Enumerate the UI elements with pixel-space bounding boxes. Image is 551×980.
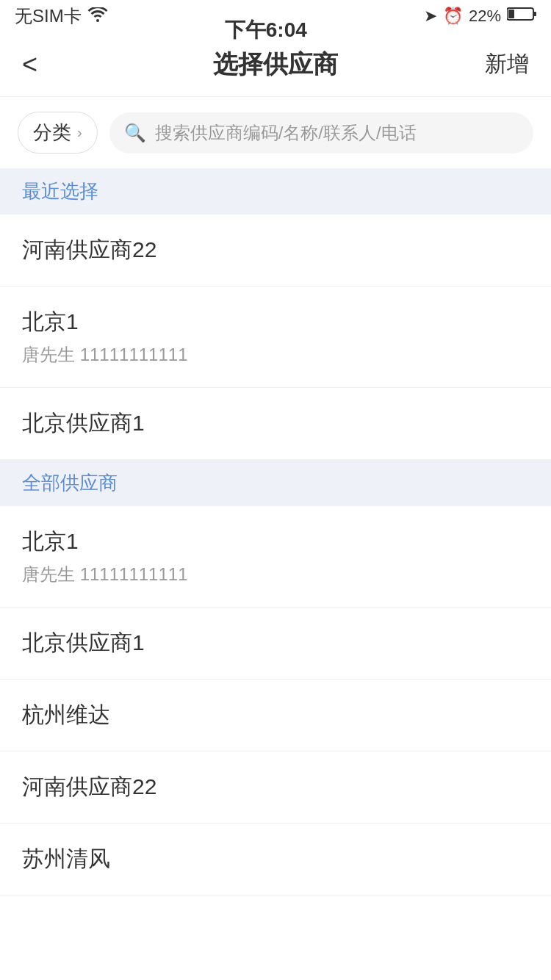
recent-items-list: 河南供应商22北京1唐先生 11111111111北京供应商1 <box>0 215 551 460</box>
item-sub: 唐先生 11111111111 <box>22 563 529 586</box>
carrier-text: 无SIM卡 <box>15 4 82 28</box>
search-box[interactable]: 🔍 搜索供应商编码/名称/联系人/电话 <box>109 112 533 154</box>
category-filter[interactable]: 分类 › <box>18 112 98 154</box>
category-label: 分类 <box>33 120 71 145</box>
item-sub: 唐先生 11111111111 <box>22 343 529 367</box>
status-left: 无SIM卡 <box>15 4 108 28</box>
item-name: 北京供应商1 <box>22 408 145 439</box>
item-name: 河南供应商22 <box>22 235 156 265</box>
filter-bar: 分类 › 🔍 搜索供应商编码/名称/联系人/电话 <box>0 97 551 168</box>
location-icon: ➤ <box>424 7 437 26</box>
list-item[interactable]: 北京1唐先生 11111111111 <box>0 287 551 388</box>
status-bar: 无SIM卡 下午6:04 ➤ ⏰ 22% <box>0 0 551 32</box>
page-title: 选择供应商 <box>213 48 338 82</box>
list-item[interactable]: 北京1唐先生 11111111111 <box>0 506 551 608</box>
item-name: 苏州清风 <box>22 844 110 874</box>
status-right: ➤ ⏰ 22% <box>424 7 536 26</box>
svg-rect-2 <box>508 10 514 18</box>
battery-text: 22% <box>469 7 501 26</box>
battery-icon <box>507 7 536 26</box>
list-item[interactable]: 北京供应商1 <box>0 608 551 680</box>
search-icon: 🔍 <box>124 123 146 143</box>
list-item[interactable]: 苏州清风 <box>0 824 551 896</box>
search-placeholder: 搜索供应商编码/名称/联系人/电话 <box>155 121 417 145</box>
item-name: 北京1 <box>22 527 529 557</box>
alarm-icon: ⏰ <box>443 7 463 26</box>
list-item[interactable]: 河南供应商22 <box>0 752 551 824</box>
all-section-header: 全部供应商 <box>0 460 551 506</box>
list-item[interactable]: 杭州维达 <box>0 680 551 752</box>
wifi-icon <box>87 6 108 26</box>
back-button[interactable]: < <box>22 49 66 80</box>
recent-section-header: 最近选择 <box>0 168 551 215</box>
add-button[interactable]: 新增 <box>485 49 529 79</box>
status-time: 下午6:04 <box>225 16 307 44</box>
list-item[interactable]: 北京供应商1 <box>0 388 551 460</box>
item-name: 北京1 <box>22 307 529 337</box>
all-items-list: 北京1唐先生 11111111111北京供应商1杭州维达河南供应商22苏州清风 <box>0 506 551 896</box>
item-name: 杭州维达 <box>22 700 110 730</box>
item-name: 河南供应商22 <box>22 772 156 802</box>
chevron-right-icon: › <box>77 124 82 141</box>
item-name: 北京供应商1 <box>22 628 145 658</box>
list-item[interactable]: 河南供应商22 <box>0 215 551 287</box>
svg-rect-1 <box>533 12 536 16</box>
